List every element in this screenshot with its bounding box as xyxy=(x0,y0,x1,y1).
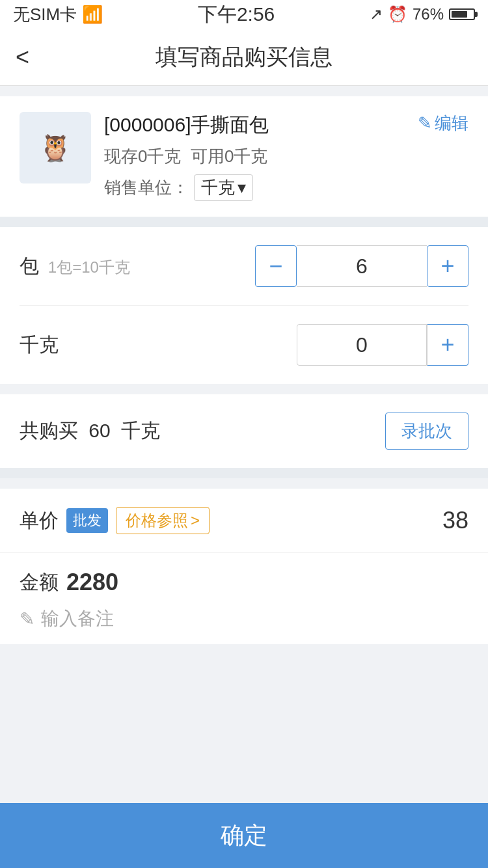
total-section: 共购买 60 千克 录批次 xyxy=(0,394,488,468)
bottom-spacer xyxy=(0,644,488,722)
time-label: 下午2:56 xyxy=(198,1,275,28)
price-tag: 批发 xyxy=(66,508,108,533)
price-reference-button[interactable]: 价格参照 > xyxy=(116,507,210,534)
edit-icon: ✎ xyxy=(418,113,432,133)
battery-icon xyxy=(449,8,475,20)
batch-button[interactable]: 录批次 xyxy=(385,413,468,450)
amount-section: 金额 2280 ✎ 输入备注 xyxy=(0,552,488,644)
kg-stepper: + xyxy=(297,324,468,366)
bao-label: 包 1包=10千克 xyxy=(20,253,130,280)
status-bar: 无SIM卡 📶 下午2:56 ↗ ⏰ 76% xyxy=(0,0,488,29)
confirm-button[interactable]: 确定 xyxy=(0,803,488,868)
product-name: [0000006]手撕面包 xyxy=(104,112,269,139)
product-unit-row: 销售单位： 千克 ▾ xyxy=(104,174,468,201)
total-text: 共购买 60 千克 xyxy=(20,418,160,444)
bao-input-row: 包 1包=10千克 − + xyxy=(20,227,468,306)
back-button[interactable]: < xyxy=(16,44,29,71)
pencil-icon: ✎ xyxy=(20,608,34,630)
kg-input-row: 千克 + xyxy=(20,306,468,384)
kg-input[interactable] xyxy=(297,324,427,366)
wifi-icon: 📶 xyxy=(82,5,103,25)
remark-placeholder: 输入备注 xyxy=(41,606,114,631)
chevron-down-icon: ▾ xyxy=(237,178,246,198)
divider-2 xyxy=(0,468,488,478)
location-icon: ↗ xyxy=(370,5,383,23)
product-info: [0000006]手撕面包 ✎ 编辑 现存0千克 可用0千克 销售单位： 千克 … xyxy=(104,112,468,201)
remark-row[interactable]: ✎ 输入备注 xyxy=(20,606,468,631)
unit-selector[interactable]: 千克 ▾ xyxy=(194,174,253,201)
kg-increase-button[interactable]: + xyxy=(427,324,468,366)
edit-button[interactable]: ✎ 编辑 xyxy=(418,112,468,135)
price-label: 单价 xyxy=(20,508,59,534)
amount-label: 金额 xyxy=(20,569,59,596)
status-left: 无SIM卡 📶 xyxy=(13,3,103,26)
input-section: 包 1包=10千克 − + 千克 + xyxy=(0,227,488,384)
price-row: 单价 批发 价格参照 > 38 xyxy=(20,507,468,534)
battery-percent: 76% xyxy=(413,5,444,23)
amount-row: 金额 2280 xyxy=(20,569,468,596)
bao-input[interactable] xyxy=(297,245,427,287)
alarm-icon: ⏰ xyxy=(388,5,407,23)
price-value: 38 xyxy=(442,507,468,534)
chevron-right-icon: > xyxy=(191,511,200,530)
carrier-label: 无SIM卡 xyxy=(13,3,77,26)
bao-stepper: − + xyxy=(255,245,468,287)
nav-bar: < 填写商品购买信息 xyxy=(0,29,488,86)
product-card: 🦉 [0000006]手撕面包 ✎ 编辑 现存0千克 可用0千克 销售单位： 千… xyxy=(0,96,488,217)
status-right: ↗ ⏰ 76% xyxy=(370,5,475,23)
bao-decrease-button[interactable]: − xyxy=(255,245,297,287)
page-title: 填写商品购买信息 xyxy=(156,42,332,72)
amount-value: 2280 xyxy=(66,569,118,596)
kg-label: 千克 xyxy=(20,332,59,359)
product-stock: 现存0千克 可用0千克 xyxy=(104,145,468,168)
price-section: 单价 批发 价格参照 > 38 xyxy=(0,489,488,552)
product-thumbnail: 🦉 xyxy=(20,112,91,183)
divider-1 xyxy=(0,217,488,227)
bao-increase-button[interactable]: + xyxy=(427,245,468,287)
product-logo-icon: 🦉 xyxy=(39,133,72,163)
